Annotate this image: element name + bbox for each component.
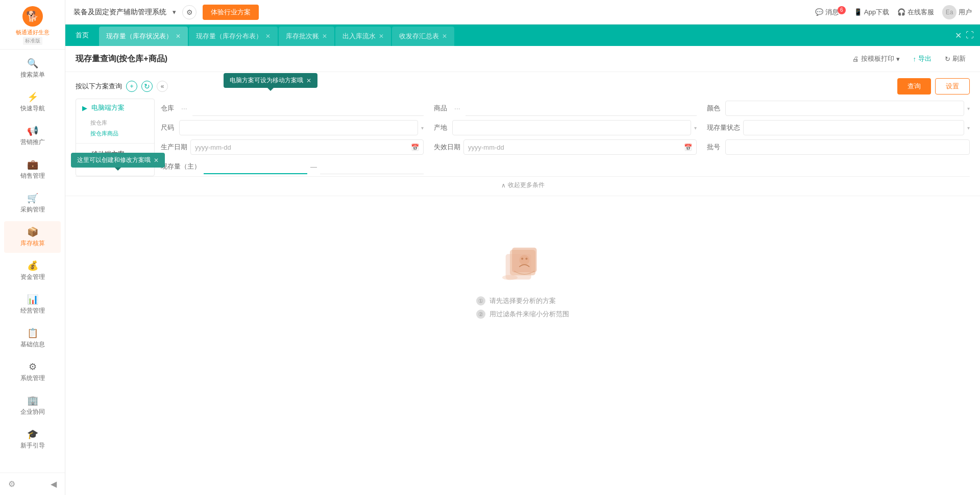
inventory-status-input[interactable] bbox=[743, 120, 964, 135]
sidebar-item-label: 库存核算 bbox=[20, 239, 45, 248]
filter-expiry-date: 失效日期 yyyy-mm-dd 📅 bbox=[434, 139, 697, 155]
tooltip-scheme-close[interactable]: ✕ bbox=[306, 77, 311, 84]
sidebar-item-inventory[interactable]: 📦 库存核算 bbox=[4, 221, 61, 253]
tab-expand-icon[interactable]: ⛶ bbox=[966, 31, 974, 40]
refresh-btn[interactable]: ↻ 刷新 bbox=[941, 52, 970, 65]
hint-num-2: ② bbox=[476, 310, 485, 319]
online-service-item[interactable]: 🎧 在线客服 bbox=[897, 8, 934, 17]
template-print-label: 按模板打印 bbox=[861, 54, 894, 63]
scheme-sub-warehouse-goods[interactable]: 按仓库商品 bbox=[90, 128, 148, 139]
scheme-sub-warehouse[interactable]: 按仓库 bbox=[90, 117, 148, 128]
goods-dots[interactable]: ··· bbox=[452, 104, 462, 112]
warehouse-dots[interactable]: ··· bbox=[179, 104, 189, 112]
svg-point-6 bbox=[502, 275, 518, 280]
notification-item[interactable]: 💬 消息 6 bbox=[815, 8, 846, 17]
tab-inventory-dist[interactable]: 现存量（库存分布表） ✕ bbox=[189, 27, 278, 46]
tab-inventory-dist-close[interactable]: ✕ bbox=[265, 33, 271, 40]
tab-summary[interactable]: 收发存汇总表 ✕ bbox=[392, 27, 454, 46]
refresh-icon: ↻ bbox=[945, 55, 950, 63]
back-scheme-btn[interactable]: « bbox=[157, 81, 168, 92]
edit-scheme-btn[interactable]: ↻ bbox=[141, 81, 153, 92]
export-btn[interactable]: ↑ 导出 bbox=[909, 52, 936, 65]
system-name: 装备及固定资产辅助管理系统 bbox=[74, 8, 166, 17]
quick-nav-icon: ⚡ bbox=[27, 91, 38, 103]
user-item[interactable]: Ea 用户 bbox=[942, 5, 972, 19]
filter-warehouse: 仓库 ··· bbox=[161, 101, 424, 116]
goods-input[interactable] bbox=[465, 101, 697, 116]
footer-collapse-icon[interactable]: ◀ bbox=[51, 479, 57, 489]
empty-state: ① 请先选择要分析的方案 ② 用过滤条件来缩小分析范围 bbox=[65, 196, 980, 360]
sidebar-item-label: 新手引导 bbox=[20, 441, 45, 450]
size-input[interactable] bbox=[179, 120, 418, 135]
finance-icon: 💰 bbox=[27, 260, 38, 271]
footer-settings-icon[interactable]: ⚙ bbox=[8, 479, 15, 489]
sidebar-item-finance[interactable]: 💰 资金管理 bbox=[4, 255, 61, 287]
inventory-main-to[interactable] bbox=[320, 159, 424, 174]
add-scheme-btn[interactable]: + bbox=[126, 81, 137, 92]
sidebar-logo: 🐕 畅通通好生意 标准版 bbox=[0, 0, 65, 50]
sidebar-item-enterprise[interactable]: 🏢 企业协同 bbox=[4, 390, 61, 421]
production-date-input[interactable]: yyyy-mm-dd 📅 bbox=[190, 139, 424, 155]
filter-production-date: 生产日期 yyyy-mm-dd 📅 bbox=[161, 139, 424, 155]
sidebar-item-quick-nav[interactable]: ⚡ 快速导航 bbox=[4, 86, 61, 118]
origin-input[interactable] bbox=[452, 120, 691, 135]
settings-btn[interactable]: 设置 bbox=[935, 78, 970, 95]
tab-close-all-icon[interactable]: ✕ bbox=[955, 31, 962, 40]
sidebar-item-marketing[interactable]: 📢 营销推广 bbox=[4, 120, 61, 152]
scheme-desktop-label: 电脑端方案 bbox=[91, 103, 125, 112]
system-icon: ⚙ bbox=[29, 361, 37, 372]
batch-input[interactable] bbox=[725, 139, 970, 155]
refresh-label: 刷新 bbox=[952, 54, 966, 63]
notification-label: 消息 bbox=[825, 8, 839, 17]
size-arrow: ▾ bbox=[421, 125, 424, 131]
size-label: 尺码 bbox=[161, 123, 176, 132]
sidebar: 🐕 畅通通好生意 标准版 🔍 搜索菜单 ⚡ 快速导航 📢 营销推广 💼 销售管理… bbox=[0, 0, 65, 495]
empty-text: ① 请先选择要分析的方案 ② 用过滤条件来缩小分析范围 bbox=[476, 296, 569, 319]
tab-inventory-status-close[interactable]: ✕ bbox=[176, 33, 181, 40]
logo-badge: 标准版 bbox=[23, 37, 42, 45]
sidebar-item-operation[interactable]: 📊 经营管理 bbox=[4, 289, 61, 320]
tab-batch-close[interactable]: ✕ bbox=[322, 33, 327, 40]
tab-inventory-status[interactable]: 现存量（库存状况表） ✕ bbox=[99, 27, 188, 46]
tab-inout[interactable]: 出入库流水 ✕ bbox=[335, 27, 391, 46]
filter-inventory-status: 现存量状态 ▾ bbox=[707, 120, 970, 135]
origin-label: 产地 bbox=[434, 123, 449, 132]
tab-summary-close[interactable]: ✕ bbox=[442, 33, 447, 40]
app-download-label: App下载 bbox=[864, 8, 889, 17]
sidebar-item-sales[interactable]: 💼 销售管理 bbox=[4, 154, 61, 185]
hint-text-1: 请先选择要分析的方案 bbox=[489, 296, 556, 305]
filter-goods: 商品 ··· bbox=[434, 101, 697, 116]
sidebar-item-system[interactable]: ⚙ 系统管理 bbox=[4, 356, 61, 388]
scheme-sub-items: 按仓库 按仓库商品 bbox=[76, 116, 154, 141]
sidebar-item-search[interactable]: 🔍 搜索菜单 bbox=[4, 53, 61, 84]
header-settings-icon[interactable]: ⚙ bbox=[182, 5, 197, 19]
filter-section: 按以下方案查询 + ↻ « 电脑方案可设为移动方案哦 ✕ 查询 设置 bbox=[65, 72, 980, 196]
search-btn[interactable]: 查询 bbox=[897, 78, 931, 95]
template-print-btn[interactable]: 🖨 按模板打印 ▾ bbox=[848, 52, 904, 65]
page-title: 现存量查询(按仓库+商品) bbox=[76, 54, 167, 64]
color-input[interactable] bbox=[725, 101, 964, 116]
logo-text: 畅通通好生意 bbox=[16, 29, 50, 36]
sidebar-item-basic[interactable]: 📋 基础信息 bbox=[4, 322, 61, 354]
tooltip-create-close[interactable]: ✕ bbox=[154, 157, 159, 164]
tab-inout-close[interactable]: ✕ bbox=[379, 33, 384, 40]
scheme-desktop[interactable]: ▶ 电脑端方案 bbox=[76, 99, 154, 116]
hint-num-1: ① bbox=[476, 296, 485, 305]
expiry-date-input[interactable]: yyyy-mm-dd 📅 bbox=[463, 139, 697, 155]
message-icon: 💬 bbox=[815, 8, 823, 16]
inventory-main-from[interactable] bbox=[204, 159, 307, 174]
industry-btn[interactable]: 体验行业方案 bbox=[203, 5, 259, 20]
sidebar-item-label: 快速导航 bbox=[20, 104, 45, 113]
tab-inventory-status-label: 现存量（库存状况表） bbox=[106, 32, 173, 41]
tooltip-scheme: 电脑方案可设为移动方案哦 ✕ bbox=[224, 73, 317, 88]
collapse-btn[interactable]: ∧ 收起更多条件 bbox=[501, 181, 545, 190]
header-dropdown[interactable]: ▾ bbox=[173, 8, 176, 16]
filter-fields: 仓库 ··· 商品 ··· 颜色 bbox=[161, 99, 970, 176]
warehouse-input[interactable] bbox=[192, 101, 424, 116]
sidebar-item-newbie[interactable]: 🎓 新手引导 bbox=[4, 423, 61, 455]
app-download-item[interactable]: 📱 App下载 bbox=[854, 8, 889, 17]
filter-top-bar: 按以下方案查询 + ↻ « 电脑方案可设为移动方案哦 ✕ 查询 设置 bbox=[76, 78, 970, 95]
tab-batch[interactable]: 库存批次账 ✕ bbox=[279, 27, 334, 46]
sidebar-item-purchase[interactable]: 🛒 采购管理 bbox=[4, 187, 61, 219]
tab-home[interactable]: 首页 bbox=[65, 25, 99, 46]
